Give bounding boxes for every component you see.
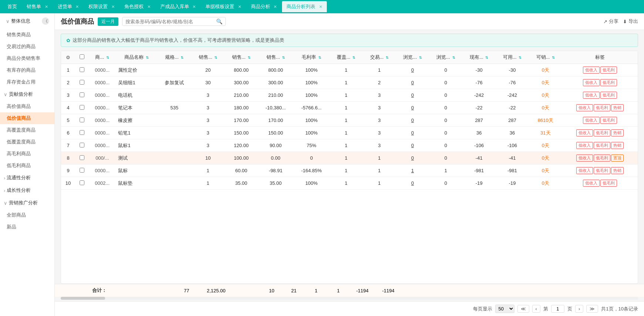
nav-purchase[interactable]: 进货单 ✕	[53, 1, 84, 12]
cell-br1[interactable]: 0	[396, 177, 429, 190]
cell-br1[interactable]: 0	[396, 64, 429, 77]
sort-code-icon[interactable]: ⇅	[106, 55, 109, 60]
prev-page-btn[interactable]: ‹	[532, 305, 540, 313]
cell-br1[interactable]: 0	[396, 152, 429, 164]
browse1-link[interactable]: 0	[411, 67, 414, 73]
page-size-select[interactable]: 50 100 200	[495, 305, 514, 313]
first-page-btn[interactable]: ≪	[517, 305, 529, 313]
cell-br1[interactable]: 0	[396, 127, 429, 139]
cell-br1[interactable]: 0	[396, 102, 429, 114]
row-checkbox[interactable]	[80, 180, 84, 185]
sidebar-item-high-coverage[interactable]: 高覆盖度商品	[0, 124, 54, 136]
sort-trade-icon[interactable]: ⇅	[386, 55, 389, 60]
sidebar-item-high-margin[interactable]: 高毛利商品	[0, 148, 54, 160]
nav-product-inbound[interactable]: 产成品入库单 ✕	[156, 1, 201, 12]
row-checkbox[interactable]	[80, 168, 84, 173]
sort-available-icon[interactable]: ⇅	[519, 55, 521, 60]
sort-saleable-icon[interactable]: ⇅	[552, 55, 555, 60]
period-button[interactable]: 近一月	[98, 17, 118, 26]
sidebar-section-growth[interactable]: ›成长性分析	[0, 184, 54, 197]
close-role-icon[interactable]: ✕	[147, 4, 151, 9]
row-checkbox[interactable]	[80, 118, 84, 122]
sidebar-item-category-sales[interactable]: 商品分类销售率	[0, 52, 54, 64]
sort-sales1-icon[interactable]: ⇅	[214, 55, 217, 60]
scrollbar-thumb[interactable]	[61, 297, 105, 300]
browse1-link[interactable]: 0	[411, 130, 414, 136]
settings-icon[interactable]: ⚙	[66, 55, 70, 60]
sidebar-section-contribution[interactable]: ∨贡献值分析	[0, 88, 54, 101]
row-checkbox[interactable]	[80, 92, 84, 97]
sidebar-item-traded[interactable]: 交易过的商品	[0, 41, 54, 52]
cell-checkbox[interactable]	[75, 64, 88, 77]
sidebar-item-low-value[interactable]: 低价值商品	[0, 112, 54, 124]
close-product-analysis-list-icon[interactable]: ✕	[319, 4, 322, 9]
cell-checkbox[interactable]	[75, 77, 88, 89]
nav-sales[interactable]: 销售单 ✕	[22, 1, 53, 12]
sort-name-icon[interactable]: ⇅	[146, 55, 149, 60]
browse1-link[interactable]: 0	[411, 143, 414, 148]
browse1-link[interactable]: 0	[411, 155, 414, 161]
row-checkbox[interactable]	[80, 105, 84, 110]
row-checkbox[interactable]	[80, 130, 84, 135]
close-sales-icon[interactable]: ✕	[45, 4, 48, 9]
collapse-sidebar-btn[interactable]: 《	[42, 17, 49, 25]
browse1-link[interactable]: 0	[411, 118, 414, 123]
horizontal-scrollbar[interactable]	[61, 297, 638, 300]
export-button[interactable]: ⬇ 导出	[623, 18, 638, 25]
search-icon[interactable]: 🔍	[216, 18, 222, 24]
sidebar-item-in-stock[interactable]: 有库存的商品	[0, 64, 54, 76]
sidebar-section-marketing[interactable]: ∨营销推广分析	[0, 197, 54, 209]
cell-checkbox[interactable]	[75, 127, 88, 139]
sidebar-section-overall[interactable]: ∨整体信息	[2, 15, 34, 27]
close-permission-icon[interactable]: ✕	[111, 4, 115, 9]
browse1-link[interactable]: 0	[411, 105, 414, 111]
page-number-input[interactable]	[551, 305, 564, 313]
nav-template[interactable]: 单据模板设置 ✕	[201, 1, 246, 12]
sort-current-icon[interactable]: ⇅	[485, 55, 488, 60]
search-input[interactable]	[125, 19, 216, 24]
close-product-analysis-icon[interactable]: ✕	[274, 4, 277, 9]
sort-margin-icon[interactable]: ⇅	[318, 55, 321, 60]
close-template-icon[interactable]: ✕	[238, 4, 241, 9]
cell-br1[interactable]: 0	[396, 77, 429, 89]
next-page-btn[interactable]: ›	[575, 305, 583, 313]
sort-sales3-icon[interactable]: ⇅	[282, 55, 285, 60]
nav-role[interactable]: 角色授权 ✕	[120, 1, 155, 12]
row-checkbox[interactable]	[80, 67, 84, 72]
sidebar-section-flow[interactable]: ›流通性分析	[0, 171, 54, 184]
browse1-link[interactable]: 0	[411, 92, 414, 98]
cell-checkbox[interactable]	[75, 89, 88, 102]
sort-browse2-icon[interactable]: ⇅	[452, 55, 455, 60]
cell-br1[interactable]: 0	[396, 89, 429, 102]
last-page-btn[interactable]: ≫	[586, 305, 598, 313]
browse1-link[interactable]: 1	[411, 168, 414, 173]
sort-spec-icon[interactable]: ⇅	[181, 55, 184, 60]
row-checkbox[interactable]	[80, 155, 84, 160]
select-all-checkbox[interactable]	[80, 54, 84, 59]
cell-br1[interactable]: 1	[396, 164, 429, 177]
row-checkbox[interactable]	[80, 80, 84, 85]
close-purchase-icon[interactable]: ✕	[76, 4, 79, 9]
cell-checkbox[interactable]	[75, 164, 88, 177]
sidebar-item-low-margin[interactable]: 低毛利商品	[0, 160, 54, 171]
sidebar-item-all-products[interactable]: 全部商品	[0, 209, 54, 221]
nav-product-analysis[interactable]: 商品分析 ✕	[246, 1, 282, 12]
close-product-inbound-icon[interactable]: ✕	[192, 4, 196, 9]
cell-checkbox[interactable]	[75, 152, 88, 164]
share-button[interactable]: ↗ 分享	[603, 18, 618, 25]
cell-checkbox[interactable]	[75, 177, 88, 190]
sort-browse1-icon[interactable]: ⇅	[419, 55, 422, 60]
sidebar-item-sales-products[interactable]: 销售类商品	[0, 29, 54, 41]
cell-br1[interactable]: 0	[396, 114, 429, 127]
sidebar-item-low-coverage[interactable]: 低覆盖度商品	[0, 136, 54, 148]
cell-checkbox[interactable]	[75, 139, 88, 152]
nav-permission[interactable]: 权限设置 ✕	[84, 1, 119, 12]
browse1-link[interactable]: 0	[411, 180, 414, 186]
browse1-link[interactable]: 0	[411, 80, 414, 85]
cell-checkbox[interactable]	[75, 114, 88, 127]
cell-checkbox[interactable]	[75, 102, 88, 114]
sort-coverage-icon[interactable]: ⇅	[352, 55, 355, 60]
sidebar-item-high-value[interactable]: 高价值商品	[0, 101, 54, 112]
row-checkbox[interactable]	[80, 143, 84, 147]
nav-product-analysis-list[interactable]: 商品分析列表 ✕	[282, 1, 327, 12]
